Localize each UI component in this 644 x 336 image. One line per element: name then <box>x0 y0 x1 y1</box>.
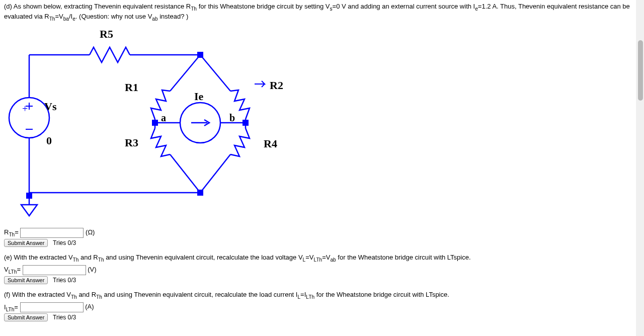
svg-rect-14 <box>152 120 158 126</box>
label-r3: R3 <box>125 136 138 149</box>
plus-icon: + <box>22 103 28 115</box>
question-f-text: (f) With the extracted VTh and RTh and u… <box>4 290 640 300</box>
label-r5: R5 <box>100 28 113 41</box>
answer-e-row: VLTh= (V) <box>4 265 640 275</box>
label-r4: R4 <box>264 137 277 150</box>
svg-line-22 <box>200 154 230 193</box>
circuit-diagram: R5 R1 R2 R3 R4 Vs 0 Ie a b + <box>4 25 326 226</box>
ilth-input[interactable] <box>20 302 84 312</box>
submit-answer-e-button[interactable]: Submit Answer <box>4 276 48 284</box>
tries-f: Tries 0/3 <box>53 314 76 321</box>
tries-d: Tries 0/3 <box>53 239 76 246</box>
rth-unit: (Ω) <box>86 228 95 236</box>
svg-line-12 <box>170 55 200 91</box>
svg-rect-6 <box>26 193 32 199</box>
submit-answer-d-button[interactable]: Submit Answer <box>4 239 48 247</box>
rth-input[interactable] <box>20 228 84 238</box>
label-node-b: b <box>229 112 235 124</box>
ilth-unit: (A) <box>85 303 94 311</box>
submit-answer-f-button[interactable]: Submit Answer <box>4 313 48 321</box>
vertical-scrollbar[interactable] <box>636 0 644 323</box>
question-d-text: (d) As shown below, extracting Thevenin … <box>4 2 640 23</box>
scrollbar-thumb[interactable] <box>638 40 643 101</box>
svg-rect-20 <box>243 120 249 126</box>
vlth-input[interactable] <box>23 265 86 275</box>
svg-marker-8 <box>21 205 37 216</box>
label-r1: R1 <box>125 81 138 94</box>
label-zero: 0 <box>46 134 52 147</box>
question-e-text: (e) With the extracted VTh and RTh and u… <box>4 253 640 263</box>
label-ie: Ie <box>194 90 203 103</box>
svg-line-18 <box>200 55 230 91</box>
answer-d-row: RTh= (Ω) <box>4 228 640 238</box>
label-vs: Vs <box>44 100 56 113</box>
answer-f-row: ILTh= (A) <box>4 302 640 312</box>
tries-e: Tries 0/3 <box>53 277 76 284</box>
svg-line-16 <box>170 154 200 193</box>
label-r2: R2 <box>270 79 283 92</box>
label-node-a: a <box>161 112 166 124</box>
vlth-unit: (V) <box>88 266 96 273</box>
